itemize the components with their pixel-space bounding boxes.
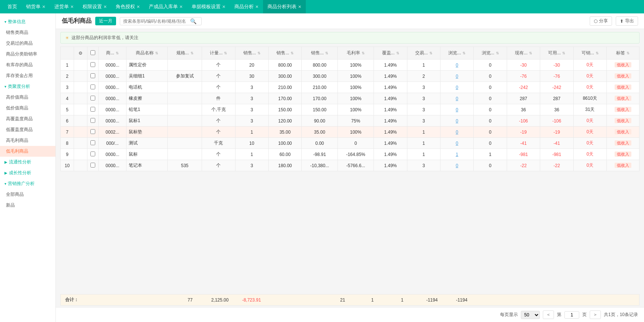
cell-settings-5[interactable]: [74, 115, 87, 127]
cell-settings-6[interactable]: [74, 127, 87, 138]
sidebar-item-low-coverage[interactable]: 低覆盖度商品: [0, 124, 55, 135]
share-button[interactable]: ⬡ 分享: [590, 16, 612, 26]
nav-product-analysis-list[interactable]: 商品分析列表 ✕: [263, 0, 306, 13]
cell-checkbox-8[interactable]: [87, 149, 99, 160]
sidebar-item-high-margin[interactable]: 高毛利商品: [0, 135, 55, 146]
page-number-input[interactable]: [564, 311, 579, 319]
th-gross-margin[interactable]: 毛利率 ⇅: [337, 47, 374, 60]
nav-purchase-order[interactable]: 进货单 ✕: [50, 0, 78, 13]
sidebar-section-marketing[interactable]: ▾ 营销推广分析: [0, 178, 55, 189]
nav-close-sales[interactable]: ✕: [42, 4, 45, 9]
nav-close-purchase[interactable]: ✕: [70, 4, 74, 9]
sidebar-item-high-coverage[interactable]: 高覆盖度商品: [0, 114, 55, 124]
cell-settings-0[interactable]: [74, 60, 87, 71]
row-checkbox-0[interactable]: [90, 62, 95, 67]
th-coverage[interactable]: 覆盖... ⇅: [374, 47, 407, 60]
per-page-select[interactable]: 50 100 200: [521, 311, 540, 319]
sidebar-item-stock-capital[interactable]: 库存资金占用: [0, 70, 55, 81]
row-checkbox-7[interactable]: [90, 140, 95, 145]
th-available-stock[interactable]: 可用... ⇅: [540, 47, 573, 60]
th-transactions[interactable]: 交易... ⇅: [407, 47, 440, 60]
nav-product-analysis[interactable]: 商品分析 ✕: [230, 0, 263, 13]
cell-views1-9[interactable]: 0: [440, 160, 474, 171]
cell-checkbox-0[interactable]: [87, 60, 99, 71]
sidebar-item-low-value[interactable]: 低价值商品: [0, 103, 55, 114]
th-settings[interactable]: ⚙: [74, 47, 87, 60]
sidebar-item-low-margin[interactable]: 低毛利商品: [0, 146, 55, 157]
th-unit[interactable]: 计量... ⇅: [202, 47, 235, 60]
cell-settings-2[interactable]: [74, 82, 87, 93]
sidebar-item-all-products[interactable]: 全部商品: [0, 189, 55, 200]
th-name[interactable]: 商品名称 ⇅: [126, 47, 168, 60]
th-spec[interactable]: 规格... ⇅: [167, 47, 202, 60]
cell-views1-2[interactable]: 0: [440, 82, 474, 93]
nav-sales-order[interactable]: 销货单 ✕: [22, 0, 50, 13]
row-checkbox-1[interactable]: [90, 73, 95, 78]
nav-close-product[interactable]: ✕: [179, 4, 183, 9]
th-tag[interactable]: 标签 ⇅: [606, 47, 639, 60]
row-checkbox-4[interactable]: [90, 107, 95, 112]
row-checkbox-6[interactable]: [90, 129, 95, 134]
search-input[interactable]: [123, 19, 190, 24]
nav-home[interactable]: 首页: [3, 0, 22, 13]
select-all-checkbox[interactable]: [90, 50, 95, 55]
nav-close-analysis-list[interactable]: ✕: [298, 4, 301, 9]
row-checkbox-3[interactable]: [90, 96, 95, 101]
next-page-button[interactable]: ＞: [590, 310, 601, 319]
cell-settings-4[interactable]: [74, 104, 87, 115]
cell-checkbox-9[interactable]: [87, 160, 99, 171]
sidebar-item-stocked-products[interactable]: 有库存的商品: [0, 60, 55, 70]
th-sales-profit[interactable]: 销售... ⇅: [302, 47, 337, 60]
cell-views1-0[interactable]: 0: [440, 60, 474, 71]
sidebar-section-growth[interactable]: ▶ 成长性分析: [0, 168, 55, 178]
sidebar-section-cluster[interactable]: ▾ 类聚度分析: [0, 81, 55, 92]
row-checkbox-9[interactable]: [90, 163, 95, 168]
cell-views1-3[interactable]: 0: [440, 93, 474, 104]
sidebar-item-traded-products[interactable]: 交易过的商品: [0, 38, 55, 49]
cell-settings-9[interactable]: [74, 160, 87, 171]
sidebar-item-new-products[interactable]: 新品: [0, 200, 55, 211]
nav-product-entry[interactable]: 产成品入库单 ✕: [144, 0, 187, 13]
cell-views1-5[interactable]: 0: [440, 115, 474, 127]
cell-settings-7[interactable]: [74, 138, 87, 149]
cell-checkbox-3[interactable]: [87, 93, 99, 104]
cell-views1-4[interactable]: 0: [440, 104, 474, 115]
sidebar-item-sales-products[interactable]: 销售类商品: [0, 27, 55, 38]
th-checkbox[interactable]: [87, 47, 99, 60]
nav-permission[interactable]: 权限设置 ✕: [78, 0, 111, 13]
prev-page-button[interactable]: ＜: [543, 310, 554, 319]
th-views2[interactable]: 浏览... ⇅: [474, 47, 507, 60]
row-checkbox-2[interactable]: [90, 85, 95, 89]
cell-checkbox-1[interactable]: [87, 71, 99, 82]
th-sales-qty[interactable]: 销售... ⇅: [235, 47, 268, 60]
cell-checkbox-5[interactable]: [87, 115, 99, 127]
sidebar-section-circulation[interactable]: ▶ 流通性分析: [0, 157, 55, 168]
date-filter-button[interactable]: 近一月: [95, 17, 116, 25]
cell-views1-6[interactable]: 0: [440, 127, 474, 138]
cell-views1-1[interactable]: 0: [440, 71, 474, 82]
row-checkbox-5[interactable]: [90, 118, 95, 123]
cell-checkbox-2[interactable]: [87, 82, 99, 93]
cell-views1-8[interactable]: 1: [440, 149, 474, 160]
th-sales-price[interactable]: 销售... ⇅: [268, 47, 301, 60]
th-current-stock[interactable]: 现有... ⇅: [507, 47, 540, 60]
cell-checkbox-7[interactable]: [87, 138, 99, 149]
export-button[interactable]: ⬆ 导出: [616, 16, 638, 26]
nav-role-auth[interactable]: 角色授权 ✕: [111, 0, 144, 13]
cell-settings-8[interactable]: [74, 149, 87, 160]
sidebar-section-overall[interactable]: ▾ 整体信息: [0, 16, 55, 27]
row-checkbox-8[interactable]: [90, 152, 95, 156]
cell-settings-1[interactable]: [74, 71, 87, 82]
cell-checkbox-6[interactable]: [87, 127, 99, 138]
sidebar-item-category-rate[interactable]: 商品分类助销率: [0, 49, 55, 60]
nav-close-permission[interactable]: ✕: [103, 4, 107, 9]
cell-checkbox-4[interactable]: [87, 104, 99, 115]
sidebar-item-high-value[interactable]: 高价值商品: [0, 92, 55, 103]
nav-template[interactable]: 单据模板设置 ✕: [187, 0, 230, 13]
th-sellable-days[interactable]: 可销... ⇅: [573, 47, 606, 60]
settings-icon[interactable]: ⚙: [79, 51, 83, 56]
cell-views1-7[interactable]: 0: [440, 138, 474, 149]
th-views1[interactable]: 浏览... ⇅: [440, 47, 474, 60]
search-icon[interactable]: 🔍: [190, 18, 196, 24]
nav-close-role[interactable]: ✕: [137, 4, 140, 9]
